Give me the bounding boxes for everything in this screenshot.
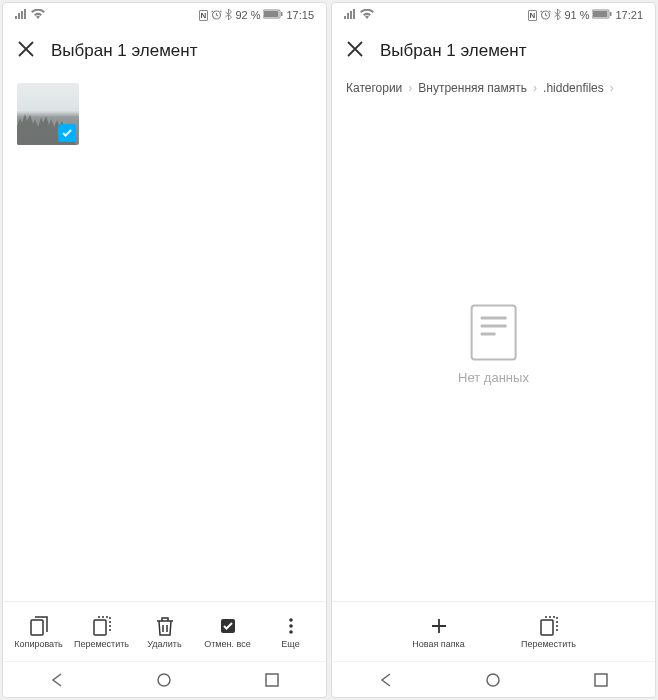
breadcrumb-item[interactable]: .hiddenfiles (543, 81, 604, 95)
svg-point-17 (487, 674, 499, 686)
svg-rect-5 (94, 620, 106, 635)
breadcrumb-item[interactable]: Категории (346, 81, 402, 95)
empty-doc-icon (471, 304, 517, 360)
deselect-label: Отмен. все (204, 639, 250, 649)
deselect-button[interactable]: Отмен. все (196, 615, 259, 649)
nav-bar (332, 661, 655, 697)
page-title: Выбран 1 элемент (51, 41, 197, 61)
page-title: Выбран 1 элемент (380, 41, 526, 61)
chevron-right-icon: › (610, 81, 614, 95)
svg-rect-4 (31, 620, 43, 635)
nav-bar (3, 661, 326, 697)
breadcrumb: Категории › Внутренняя память › .hiddenf… (332, 75, 655, 105)
svg-rect-16 (541, 620, 553, 635)
svg-rect-11 (266, 674, 278, 686)
status-bar: N 92 % 17:15 (3, 3, 326, 27)
copy-button[interactable]: Копировать (7, 615, 70, 649)
svg-point-9 (289, 630, 293, 634)
svg-point-7 (289, 618, 293, 622)
move-label: Переместить (74, 639, 129, 649)
phone-left: N 92 % 17:15 Выбран 1 элемент (2, 2, 327, 698)
empty-state: Нет данных (458, 304, 529, 385)
delete-label: Удалить (147, 639, 181, 649)
battery-pct: 91 % (564, 9, 589, 21)
alarm-icon (211, 9, 222, 22)
svg-point-10 (158, 674, 170, 686)
content-area (3, 75, 326, 601)
clock-time: 17:21 (615, 9, 643, 21)
breadcrumb-item[interactable]: Внутренняя память (418, 81, 527, 95)
move-button[interactable]: Переместить (70, 615, 133, 649)
bluetooth-icon (225, 9, 232, 22)
svg-rect-3 (281, 12, 283, 16)
battery-pct: 92 % (235, 9, 260, 21)
close-icon[interactable] (346, 38, 364, 64)
more-button[interactable]: Еще (259, 615, 322, 649)
chevron-right-icon: › (408, 81, 412, 95)
empty-text: Нет данных (458, 370, 529, 385)
more-icon (280, 615, 302, 637)
svg-rect-2 (264, 11, 279, 17)
nav-back[interactable] (27, 662, 87, 697)
nfc-icon: N (199, 10, 209, 21)
svg-rect-18 (595, 674, 607, 686)
more-label: Еще (281, 639, 299, 649)
nav-back[interactable] (356, 662, 416, 697)
signal-icon (344, 9, 356, 21)
plus-icon (428, 615, 450, 637)
svg-rect-15 (610, 12, 612, 16)
move-label: Переместить (521, 639, 576, 649)
close-icon[interactable] (17, 38, 35, 64)
copy-label: Копировать (14, 639, 62, 649)
nav-recent[interactable] (571, 662, 631, 697)
image-thumb[interactable] (17, 83, 79, 145)
nav-recent[interactable] (242, 662, 302, 697)
signal-icon (15, 9, 27, 21)
bottom-toolbar: Копировать Переместить Удалить Отмен. вс… (3, 601, 326, 661)
trash-icon (154, 615, 176, 637)
copy-icon (28, 615, 50, 637)
new-folder-label: Новая папка (412, 639, 464, 649)
clock-time: 17:15 (286, 9, 314, 21)
battery-icon (263, 9, 283, 21)
header: Выбран 1 элемент (332, 27, 655, 75)
deselect-icon (217, 615, 239, 637)
header: Выбран 1 элемент (3, 27, 326, 75)
content-area: Нет данных (332, 105, 655, 601)
delete-button[interactable]: Удалить (133, 615, 196, 649)
move-icon (91, 615, 113, 637)
phone-right: N 91 % 17:21 Выбран 1 элемент Категории … (331, 2, 656, 698)
bluetooth-icon (554, 9, 561, 22)
move-icon (538, 615, 560, 637)
battery-icon (592, 9, 612, 21)
nav-home[interactable] (463, 662, 523, 697)
svg-point-8 (289, 624, 293, 628)
chevron-right-icon: › (533, 81, 537, 95)
move-button[interactable]: Переместить (514, 615, 584, 649)
bottom-toolbar: Новая папка Переместить (332, 601, 655, 661)
nfc-icon: N (528, 10, 538, 21)
svg-rect-14 (593, 11, 608, 17)
wifi-icon (360, 9, 374, 21)
nav-home[interactable] (134, 662, 194, 697)
check-icon (58, 124, 76, 142)
new-folder-button[interactable]: Новая папка (404, 615, 474, 649)
wifi-icon (31, 9, 45, 21)
alarm-icon (540, 9, 551, 22)
status-bar: N 91 % 17:21 (332, 3, 655, 27)
